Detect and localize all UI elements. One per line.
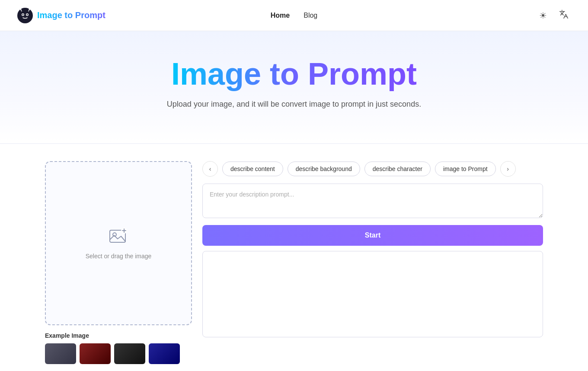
sun-icon: ☀ — [539, 10, 547, 21]
chevron-left-icon: ‹ — [209, 165, 211, 172]
tab-image-to-prompt[interactable]: image to Prompt — [435, 162, 496, 176]
theme-toggle-button[interactable]: ☀ — [536, 9, 550, 22]
svg-point-6 — [29, 9, 30, 10]
prompt-textarea[interactable] — [202, 184, 543, 218]
svg-point-3 — [22, 14, 24, 15]
image-upload-area[interactable]: Select or drag the image — [45, 161, 192, 325]
tab-describe-character[interactable]: describe character — [364, 162, 431, 176]
nav-home[interactable]: Home — [271, 12, 290, 19]
chevron-right-icon: › — [507, 165, 509, 172]
hero-section: Image to Prompt Upload your image, and i… — [0, 31, 588, 144]
svg-point-4 — [27, 14, 28, 15]
upload-label: Select or drag the image — [86, 253, 152, 260]
tab-next-button[interactable]: › — [500, 161, 516, 177]
hero-title: Image to Prompt — [17, 57, 571, 91]
hero-subtitle: Upload your image, and it will be conver… — [17, 100, 571, 109]
language-icon — [559, 10, 569, 21]
navbar-nav: Home Blog — [271, 12, 317, 19]
tab-describe-background[interactable]: describe background — [288, 162, 360, 176]
svg-point-0 — [17, 8, 33, 23]
example-label: Example Image — [45, 332, 192, 339]
navbar-actions: ☀ — [536, 9, 571, 22]
hero-title-text: Image to Prompt — [171, 57, 417, 91]
nav-blog[interactable]: Blog — [304, 12, 317, 19]
svg-point-5 — [20, 9, 22, 10]
tab-prev-button[interactable]: ‹ — [202, 161, 218, 177]
upload-icon — [108, 227, 129, 247]
example-thumb-4[interactable] — [149, 343, 180, 364]
tab-bar: ‹ describe content describe background d… — [202, 161, 543, 177]
start-button[interactable]: Start — [202, 225, 543, 246]
brand-icon — [17, 8, 33, 23]
language-toggle-button[interactable] — [557, 9, 571, 22]
example-images — [45, 343, 192, 364]
navbar: Image to Prompt Home Blog ☀ — [0, 0, 588, 31]
example-thumb-2[interactable] — [80, 343, 111, 364]
example-thumb-1[interactable] — [45, 343, 76, 364]
tab-describe-content[interactable]: describe content — [222, 162, 283, 176]
output-area — [202, 251, 543, 337]
right-panel: ‹ describe content describe background d… — [202, 161, 543, 337]
brand-link[interactable]: Image to Prompt — [17, 8, 105, 23]
upload-panel: Select or drag the image Example Image — [45, 161, 192, 364]
example-thumb-3[interactable] — [114, 343, 145, 364]
main-content: Select or drag the image Example Image ‹… — [0, 144, 588, 371]
brand-name: Image to Prompt — [37, 10, 105, 20]
